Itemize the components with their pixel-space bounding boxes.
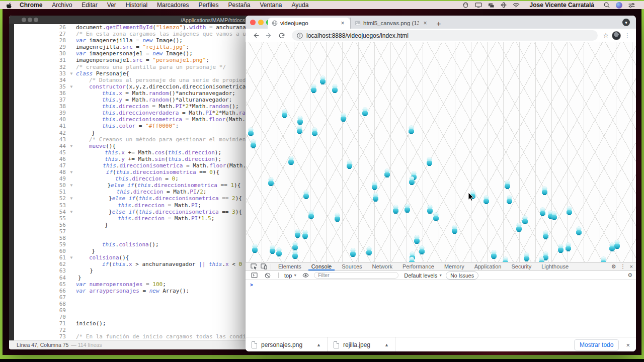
code-line-52[interactable]: 52▼}else if(this.direccionisometrica == … bbox=[14, 195, 248, 202]
fold-arrow-icon[interactable]: ▼ bbox=[68, 70, 75, 77]
code-line-49[interactable]: 49this.direccion = 0; bbox=[14, 175, 248, 182]
issues-badge[interactable]: No Issues bbox=[446, 272, 478, 280]
code-line-44[interactable]: 44▼mueve(){ bbox=[14, 143, 248, 149]
fold-arrow-icon[interactable]: ▼ bbox=[68, 143, 75, 149]
code-line-32[interactable]: 32/* creamos una plantilla para un perso… bbox=[14, 64, 248, 70]
devtools-close-icon[interactable]: × bbox=[630, 263, 633, 269]
code-line-62[interactable]: 62if(this.x > anchuranavegador || this.x… bbox=[14, 261, 248, 267]
reload-button[interactable] bbox=[277, 31, 287, 41]
menubar-username[interactable]: Jose Vicente Carratalá bbox=[529, 2, 594, 9]
devtools-tab-network[interactable]: Network bbox=[367, 262, 397, 270]
back-button[interactable] bbox=[251, 31, 261, 41]
code-line-69[interactable]: 69 bbox=[14, 307, 248, 314]
forward-button[interactable] bbox=[264, 31, 274, 41]
code-line-28[interactable]: 28var imagenrejilla = new Image(); bbox=[14, 37, 248, 44]
editor-code-area[interactable]: 26document.getElementById("lienzo").widt… bbox=[14, 24, 248, 340]
code-line-41[interactable]: 41this.color = "#ff0000"; bbox=[14, 123, 248, 129]
display-icon[interactable] bbox=[475, 3, 482, 8]
devtools-tab-application[interactable]: Application bbox=[469, 262, 507, 270]
download-item[interactable]: personajes.png▲ bbox=[246, 337, 328, 351]
layers-icon[interactable] bbox=[488, 3, 495, 8]
pointer-icon[interactable] bbox=[462, 2, 469, 8]
device-toolbar-icon[interactable] bbox=[259, 263, 269, 269]
code-line-68[interactable]: 68 bbox=[14, 301, 248, 307]
tab-close-icon[interactable]: × bbox=[339, 20, 346, 27]
code-line-67[interactable]: 67 bbox=[14, 294, 248, 301]
search-icon[interactable] bbox=[604, 2, 610, 8]
code-line-37[interactable]: 37this.y = Math.random()*alturanavegador… bbox=[14, 97, 248, 103]
menu-ventana[interactable]: Ventana bbox=[260, 2, 282, 9]
menu-ayuda[interactable]: Ayuda bbox=[292, 2, 309, 9]
console-prompt[interactable]: > bbox=[250, 282, 253, 288]
code-line-72[interactable]: 72 bbox=[14, 327, 248, 333]
clear-console-icon[interactable] bbox=[263, 273, 273, 279]
devtools-tab-console[interactable]: Console bbox=[306, 262, 337, 270]
code-line-45[interactable]: 45this.x += Math.cos(this.direccion); bbox=[14, 149, 248, 156]
code-line-48[interactable]: 48▼if(this.direccionisometrica == 0){ bbox=[14, 169, 248, 175]
code-line-57[interactable]: 57 bbox=[14, 228, 248, 235]
info-icon[interactable] bbox=[297, 33, 303, 39]
siri-icon[interactable] bbox=[616, 2, 622, 9]
editor-zoom-button[interactable] bbox=[34, 18, 38, 22]
new-tab-button[interactable]: + bbox=[433, 18, 445, 29]
tab-search-button[interactable]: ▾ bbox=[622, 19, 630, 26]
code-line-63[interactable]: 63} bbox=[14, 267, 248, 274]
code-line-73[interactable]: 73/* En la función de inicio cargamos to… bbox=[14, 333, 248, 340]
code-line-27[interactable]: 27/* En esta zona cargamos las imágenes … bbox=[14, 31, 248, 37]
download-item[interactable]: rejilla.jpeg▲ bbox=[328, 337, 395, 351]
console-filter-input[interactable] bbox=[314, 272, 398, 279]
code-line-65[interactable]: 65var numeropersonajes = 100; bbox=[14, 281, 248, 288]
profile-avatar[interactable] bbox=[612, 31, 621, 40]
url-text[interactable]: localhost:8888/videojuegos/index.html bbox=[306, 32, 409, 39]
context-selector[interactable]: top▼ bbox=[284, 273, 297, 279]
menu-perfiles[interactable]: Perfiles bbox=[198, 2, 218, 9]
code-line-54[interactable]: 54▼}else if(this.direccionisometrica == … bbox=[14, 209, 248, 215]
chevron-up-icon[interactable]: ▲ bbox=[384, 342, 389, 347]
code-line-56[interactable]: 56} bbox=[14, 222, 248, 228]
fold-arrow-icon[interactable]: ▼ bbox=[68, 169, 75, 175]
devtools-tab-lighthouse[interactable]: Lighthouse bbox=[536, 262, 574, 270]
code-line-71[interactable]: 71inicio(); bbox=[14, 320, 248, 327]
menu-historial[interactable]: Historial bbox=[126, 2, 147, 9]
downloads-bar-close-icon[interactable]: × bbox=[626, 341, 630, 349]
code-line-39[interactable]: 39this.direccionverdadera = Math.PI*2*Ma… bbox=[14, 110, 248, 116]
inspect-element-icon[interactable] bbox=[249, 263, 259, 269]
editor-titlebar[interactable]: /Applications/MAMP/htdocs bbox=[9, 16, 248, 24]
code-line-29[interactable]: 29imagenrejilla.src = "rejilla.jpg"; bbox=[14, 44, 248, 50]
code-line-66[interactable]: 66var arraypersonajes = new Array(); bbox=[14, 288, 248, 294]
devtools-tab-performance[interactable]: Performance bbox=[397, 262, 439, 270]
fold-arrow-icon[interactable]: ▼ bbox=[68, 209, 75, 215]
code-line-60[interactable]: 60} bbox=[14, 248, 248, 254]
control-center-icon[interactable] bbox=[628, 3, 635, 8]
browser-close-button[interactable] bbox=[250, 20, 256, 25]
code-line-42[interactable]: 42} bbox=[14, 130, 248, 136]
code-line-30[interactable]: 30var imagenpersonaje1 = new Image(); bbox=[14, 50, 248, 57]
tab-html5_canvas.png[interactable]: html5_canvas.png (1388×1027)× bbox=[350, 18, 433, 29]
code-line-58[interactable]: 58 bbox=[14, 235, 248, 241]
devtools-settings-icon[interactable]: ⚙ bbox=[611, 263, 616, 270]
wifi-icon[interactable] bbox=[513, 3, 520, 8]
code-line-35[interactable]: 35▼constructor(x,y,z,direccion,direccion… bbox=[14, 83, 248, 90]
code-line-55[interactable]: 55this.direccion = Math.PI*1.5; bbox=[14, 215, 248, 222]
fold-arrow-icon[interactable]: ▼ bbox=[68, 195, 75, 202]
console-drawer-icon[interactable] bbox=[249, 273, 259, 278]
code-line-46[interactable]: 46this.y += Math.sin(this.direccion); bbox=[14, 156, 248, 162]
chevron-up-icon[interactable]: ▲ bbox=[316, 342, 321, 347]
code-line-38[interactable]: 38this.direccion = Math.PI*2*Math.random… bbox=[14, 103, 248, 110]
code-line-59[interactable]: 59this.colisiona(); bbox=[14, 241, 248, 248]
console-output[interactable]: > bbox=[246, 280, 636, 337]
devtools-menu-icon[interactable]: ⋮ bbox=[620, 263, 626, 270]
address-bar[interactable]: localhost:8888/videojuegos/index.html bbox=[292, 30, 598, 41]
devtools-tab-sources[interactable]: Sources bbox=[337, 262, 367, 270]
menu-editar[interactable]: Editar bbox=[82, 2, 97, 9]
code-line-47[interactable]: 47this.direccionisometrica = Math.floor(… bbox=[14, 162, 248, 169]
menu-ver[interactable]: Ver bbox=[107, 2, 116, 9]
fold-arrow-icon[interactable]: ▼ bbox=[68, 254, 75, 261]
code-line-64[interactable]: 64} bbox=[14, 275, 248, 281]
tab-videojuego[interactable]: videojuego× bbox=[268, 18, 350, 29]
code-line-36[interactable]: 36this.x = Math.random()*anchuranavegado… bbox=[14, 90, 248, 97]
code-line-33[interactable]: 33▼class Personaje{ bbox=[14, 70, 248, 77]
menu-archivo[interactable]: Archivo bbox=[52, 2, 72, 9]
chrome-menu-icon[interactable]: ⋮ bbox=[624, 32, 631, 39]
code-line-26[interactable]: 26document.getElementById("lienzo").widt… bbox=[14, 24, 248, 31]
